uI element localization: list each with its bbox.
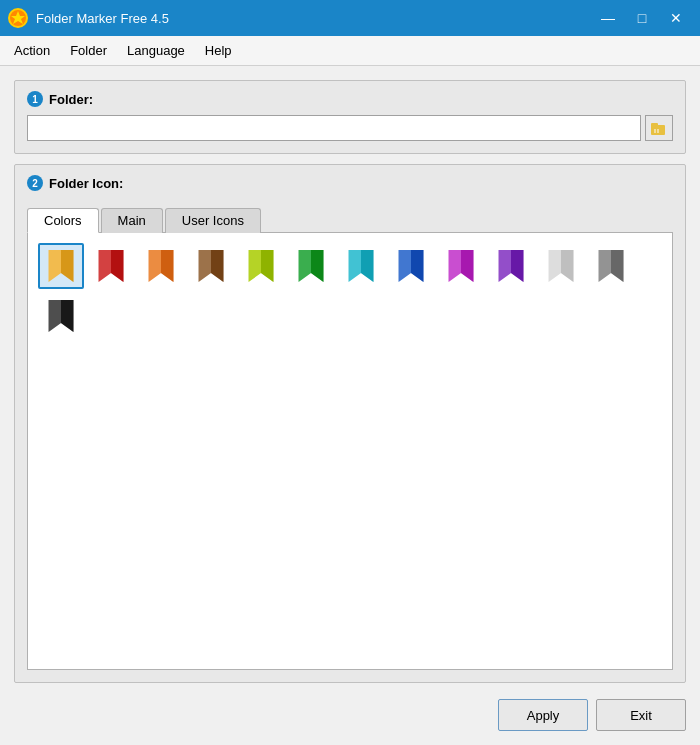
folder-path-input[interactable] [27,115,641,141]
menu-help[interactable]: Help [195,39,242,62]
svg-rect-5 [654,129,656,133]
svg-rect-6 [657,129,659,133]
folder-icon-item[interactable] [38,243,84,289]
folder-icon-item[interactable] [38,293,84,339]
window-title: Folder Marker Free 4.5 [36,11,592,26]
folder-icon-item[interactable] [238,243,284,289]
folder-label: Folder: [49,92,93,107]
folder-icon-item[interactable] [338,243,384,289]
folder-icon-item[interactable] [388,243,434,289]
menu-action[interactable]: Action [4,39,60,62]
folder-icon-item[interactable] [488,243,534,289]
folder-icon-item[interactable] [438,243,484,289]
folder-icon-item[interactable] [538,243,584,289]
folder-icon-item[interactable] [288,243,334,289]
icon-tabs: Colors Main User Icons [27,207,673,233]
folder-section: 1 Folder: [14,80,686,154]
svg-rect-4 [651,123,658,127]
step-1-circle: 1 [27,91,43,107]
folder-icon-item[interactable] [188,243,234,289]
apply-button[interactable]: Apply [498,699,588,731]
tab-content-colors [27,233,673,670]
folder-input-row [27,115,673,141]
app-logo [8,8,28,28]
folder-section-header: 1 Folder: [27,91,673,107]
folder-icon-item[interactable] [88,243,134,289]
menu-bar: Action Folder Language Help [0,36,700,66]
folder-icon-item[interactable] [138,243,184,289]
bottom-bar: Apply Exit [14,693,686,735]
app-body: 1 Folder: 2 Folder Icon: Colors Main [0,66,700,745]
folder-icon-section: 2 Folder Icon: Colors Main User Icons [14,164,686,683]
folder-browse-button[interactable] [645,115,673,141]
tab-main[interactable]: Main [101,208,163,233]
title-bar: Folder Marker Free 4.5 — □ ✕ [0,0,700,36]
folder-icon-section-header: 2 Folder Icon: [27,175,673,191]
step-2-circle: 2 [27,175,43,191]
maximize-button[interactable]: □ [626,4,658,32]
folder-icon-item[interactable] [588,243,634,289]
menu-language[interactable]: Language [117,39,195,62]
tab-colors[interactable]: Colors [27,208,99,233]
close-button[interactable]: ✕ [660,4,692,32]
menu-folder[interactable]: Folder [60,39,117,62]
folder-icon-label: Folder Icon: [49,176,123,191]
exit-button[interactable]: Exit [596,699,686,731]
minimize-button[interactable]: — [592,4,624,32]
window-controls: — □ ✕ [592,4,692,32]
tab-user-icons[interactable]: User Icons [165,208,261,233]
